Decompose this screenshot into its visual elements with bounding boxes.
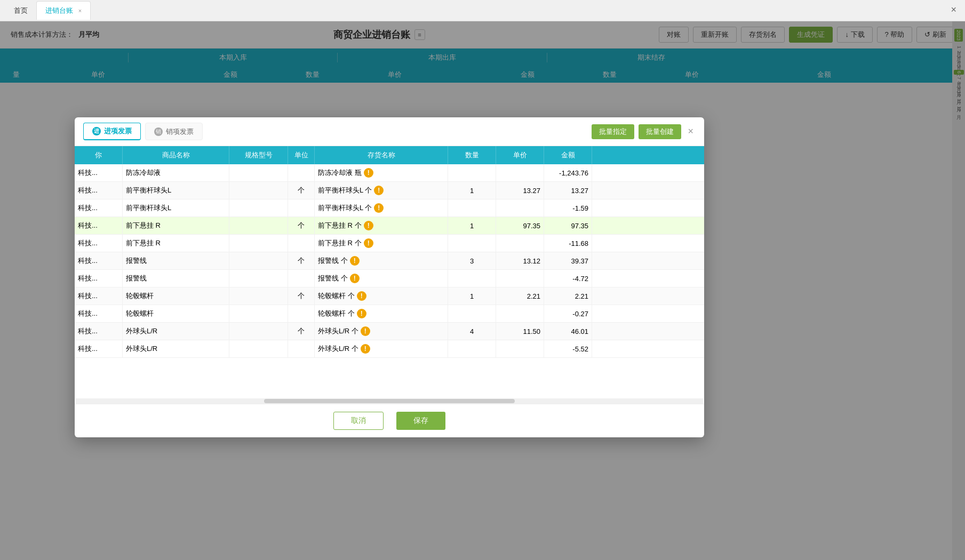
cancel-button[interactable]: 取消 — [333, 412, 384, 430]
modal-close-button[interactable]: × — [685, 124, 696, 139]
warning-icon: ! — [357, 291, 366, 301]
warning-icon: ! — [350, 256, 360, 266]
modal-table-header: 你 商品名称 规格型号 单位 存货名称 数量 单价 金额 — [75, 146, 704, 164]
modal-tabs: 进 进项发票 销 销项发票 — [83, 123, 203, 140]
warning-icon: ! — [361, 344, 370, 354]
tab-home[interactable]: 首页 — [5, 2, 36, 20]
warning-icon: ! — [350, 274, 360, 283]
warning-icon: ! — [364, 238, 373, 248]
modal-table-body: 科技...防冻冷却液防冻冷却液 瓶!-1,243.76科技...前平衡杆球头L个… — [75, 164, 704, 398]
tab-bar: 首页 进销台账 × × — [0, 0, 965, 21]
warning-icon: ! — [374, 203, 384, 213]
scrollbar-thumb[interactable] — [264, 399, 515, 403]
modal-dialog: 进 进项发票 销 销项发票 批量指定 批量创建 × — [75, 117, 704, 437]
table-row[interactable]: 科技...报警线报警线 个!-4.72 — [75, 270, 704, 287]
purchase-tab-icon: 进 — [92, 127, 101, 135]
warning-icon: ! — [357, 309, 366, 318]
warning-icon: ! — [364, 221, 373, 230]
modal-horizontal-scrollbar[interactable] — [76, 398, 703, 404]
table-row[interactable]: 科技...轮毂螺杆个轮毂螺杆 个!12.212.21 — [75, 287, 704, 305]
tab-ledger[interactable]: 进销台账 × — [36, 1, 91, 20]
table-row[interactable]: 科技...前平衡杆球头L个前平衡杆球头L 个!113.2713.27 — [75, 182, 704, 199]
table-row[interactable]: 科技...防冻冷却液防冻冷却液 瓶!-1,243.76 — [75, 164, 704, 182]
modal-header-right: 批量指定 批量创建 × — [592, 124, 696, 139]
window-close-button[interactable]: × — [951, 4, 956, 15]
tab-close-icon[interactable]: × — [78, 7, 82, 14]
table-row[interactable]: 科技...前下悬挂 R前下悬挂 R 个!-11.68 — [75, 235, 704, 252]
warning-icon: ! — [364, 168, 373, 178]
tab-sales-invoice[interactable]: 销 销项发票 — [145, 123, 203, 140]
save-button[interactable]: 保存 — [396, 412, 445, 430]
app-container: 首页 进销台账 × × 销售成本计算方法： 月平均 商贸企业进销台账 ≡ 对账 … — [0, 0, 965, 560]
table-row[interactable]: 科技...报警线个报警线 个!313.1239.37 — [75, 252, 704, 270]
warning-icon: ! — [361, 326, 370, 336]
batch-create-button[interactable]: 批量创建 — [639, 124, 681, 139]
table-row[interactable]: 科技...外球头L/R外球头L/R 个!-5.52 — [75, 340, 704, 358]
warning-icon: ! — [374, 186, 384, 195]
modal-footer: 取消 保存 — [75, 404, 704, 437]
batch-assign-button[interactable]: 批量指定 — [592, 124, 634, 139]
modal-header: 进 进项发票 销 销项发票 批量指定 批量创建 × — [75, 117, 704, 146]
modal-body: 你 商品名称 规格型号 单位 存货名称 数量 单价 金额 科技...防冻冷却液防… — [75, 146, 704, 404]
table-row[interactable]: 科技...前平衡杆球头L前平衡杆球头L 个!-1.59 — [75, 199, 704, 217]
main-content: 销售成本计算方法： 月平均 商贸企业进销台账 ≡ 对账 重新开账 存货别名 生成… — [0, 21, 965, 560]
table-row[interactable]: 科技...前下悬挂 R个前下悬挂 R 个!197.3597.35 — [75, 217, 704, 235]
table-row[interactable]: 科技...轮毂螺杆轮毂螺杆 个!-0.27 — [75, 305, 704, 323]
tab-purchase-invoice[interactable]: 进 进项发票 — [83, 123, 141, 140]
table-row[interactable]: 科技...外球头L/R个外球头L/R 个!411.5046.01 — [75, 323, 704, 340]
sales-tab-icon: 销 — [154, 127, 163, 136]
